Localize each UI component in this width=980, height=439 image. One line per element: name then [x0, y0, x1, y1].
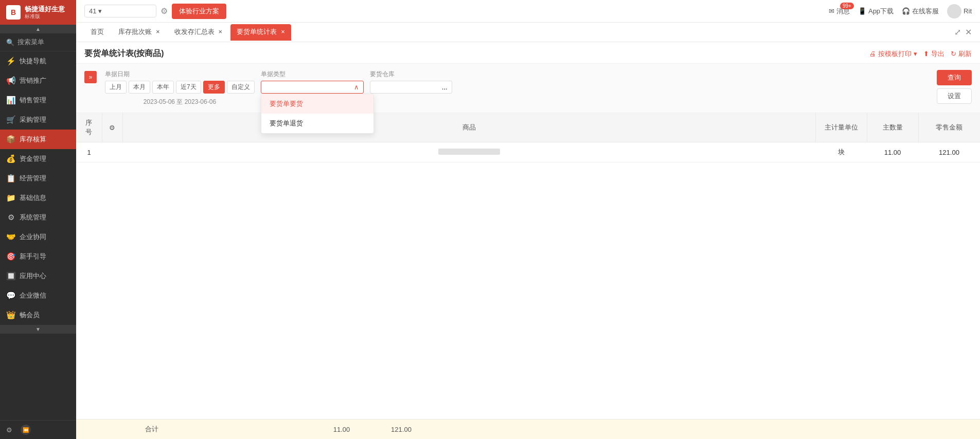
tab-close-inventory-batch[interactable]: × — [156, 28, 160, 35]
sidebar-item-operations[interactable]: 📋经营管理 — [0, 169, 76, 188]
tab-expand-button[interactable]: ⤢ — [954, 27, 961, 37]
sidebar-icon-system: ⚙ — [6, 213, 15, 222]
page-actions: 🖨 按模板打印 ▾ ⬆ 导出 ↻ 刷新 — [869, 49, 972, 59]
tab-close-order-stats[interactable]: × — [281, 28, 285, 35]
col-header-num: 序号 — [76, 113, 102, 142]
sidebar-scroll-down[interactable]: ▼ — [0, 325, 76, 334]
col-header-settings[interactable]: ⚙ — [102, 113, 122, 142]
sidebar-label-guide: 新手引导 — [20, 252, 46, 261]
sidebar-icon-quick-nav: ⚡ — [6, 57, 15, 66]
sidebar-icon-guide: 🎯 — [6, 252, 15, 261]
tab-shipment-summary[interactable]: 收发存汇总表 × — [168, 24, 229, 41]
sidebar-item-wechat[interactable]: 💬企业微信 — [0, 286, 76, 305]
sidebar-icon-apps: 🔲 — [6, 271, 15, 281]
company-selector[interactable]: 41 ▾ — [84, 5, 156, 17]
topbar-settings-icon[interactable]: ⚙ — [161, 6, 168, 16]
dropdown-item-order-goods[interactable]: 要货单要货 — [261, 94, 373, 114]
headset-icon: 🎧 — [902, 7, 910, 15]
cell-num: 1 — [76, 142, 102, 162]
tab-label-order-stats: 要货单统计表 — [237, 27, 277, 36]
online-service[interactable]: 🎧 在线客服 — [902, 7, 939, 16]
date-range-text: 2023-05-06 至 2023-06-06 — [144, 98, 216, 106]
date-btn-this-month[interactable]: 本月 — [129, 81, 150, 94]
sidebar-label-finance: 资金管理 — [20, 154, 46, 163]
sidebar-item-sales[interactable]: 📊销售管理 — [0, 90, 76, 110]
sidebar-bottom: ⚙ ⏪ — [0, 420, 76, 439]
date-filter-field: 单据日期 上月 本月 本年 近7天 更多 自定义 2023-05-06 至 20… — [105, 70, 255, 106]
type-filter-field: 单据类型 ∧ 要货单要货要货单退货 — [261, 70, 364, 94]
sidebar-item-inventory[interactable]: 📦库存核算 — [0, 130, 76, 149]
phone-icon: 📱 — [858, 7, 866, 15]
filter-fields: 单据日期 上月 本月 本年 近7天 更多 自定义 2023-05-06 至 20… — [105, 70, 929, 106]
filter-actions: 查询 设置 — [937, 70, 972, 104]
sidebar-item-finance[interactable]: 💰资金管理 — [0, 149, 76, 169]
sidebar: B 畅捷通好生意 标准版 ▲ 🔍 搜索菜单 ⚡快捷导航📢营销推广📊销售管理🛒采购… — [0, 0, 76, 439]
date-btn-custom[interactable]: 自定义 — [227, 81, 255, 94]
sidebar-header: B 畅捷通好生意 标准版 — [0, 0, 76, 25]
sidebar-item-member[interactable]: 👑畅会员 — [0, 305, 76, 325]
page-title: 要货单统计表(按商品) — [84, 48, 164, 59]
tab-label-inventory-batch: 库存批次账 — [118, 27, 152, 36]
app-download[interactable]: 📱 App下载 — [858, 7, 894, 16]
sidebar-item-apps[interactable]: 🔲应用中心 — [0, 266, 76, 286]
sidebar-item-basic[interactable]: 📁基础信息 — [0, 188, 76, 208]
date-btn-last-month[interactable]: 上月 — [105, 81, 127, 94]
sidebar-label-sales: 销售管理 — [20, 96, 46, 105]
date-filter-label: 单据日期 — [105, 70, 255, 79]
sidebar-icon-basic: 📁 — [6, 193, 15, 203]
table-area: 序号 ⚙ 商品 主计量单位 主数量 零售金额 1 块 11.00 121.00 — [76, 113, 980, 419]
sidebar-item-system[interactable]: ⚙系统管理 — [0, 208, 76, 227]
sidebar-item-purchase[interactable]: 🛒采购管理 — [0, 110, 76, 130]
dropdown-item-order-return[interactable]: 要货单退货 — [261, 114, 373, 133]
cell-product — [122, 142, 815, 162]
tab-label-home: 首页 — [91, 27, 104, 36]
sidebar-item-enterprise[interactable]: 🤝企业协同 — [0, 227, 76, 247]
print-button[interactable]: 🖨 按模板打印 ▾ — [869, 49, 917, 59]
table-row: 1 块 11.00 121.00 — [76, 142, 980, 162]
sidebar-icon-wechat: 💬 — [6, 291, 15, 300]
tab-close-all-icon[interactable]: ✕ — [965, 27, 972, 37]
col-header-product: 商品 — [122, 113, 815, 142]
sidebar-label-apps: 应用中心 — [20, 271, 46, 281]
sidebar-scroll-up[interactable]: ▲ — [0, 25, 76, 33]
sidebar-search[interactable]: 🔍 搜索菜单 — [0, 33, 76, 51]
filter-toggle-button[interactable]: » — [84, 71, 97, 83]
topbar-left: 41 ▾ ⚙ 体验行业方案 — [84, 4, 823, 19]
date-btn-more[interactable]: 更多 — [203, 81, 225, 94]
sidebar-label-inventory: 库存核算 — [20, 135, 46, 144]
col-header-qty: 主数量 — [867, 113, 918, 142]
warehouse-more-icon[interactable]: ... — [442, 83, 448, 91]
sidebar-item-marketing[interactable]: 📢营销推广 — [0, 71, 76, 90]
sidebar-label-member: 畅会员 — [20, 310, 40, 320]
type-filter-label: 单据类型 — [261, 70, 364, 79]
sidebar-item-quick-nav[interactable]: ⚡快捷导航 — [0, 51, 76, 71]
company-dropdown-icon: ▾ — [98, 7, 102, 15]
tabbar: 首页库存批次账 ×收发存汇总表 ×要货单统计表 × ⤢ ✕ — [76, 23, 980, 42]
tab-home[interactable]: 首页 — [84, 24, 110, 41]
export-label: 导出 — [931, 49, 945, 59]
filter-settings-button[interactable]: 设置 — [937, 88, 972, 104]
sidebar-icon-enterprise: 🤝 — [6, 232, 15, 242]
table-header-row: 序号 ⚙ 商品 主计量单位 主数量 零售金额 — [76, 113, 980, 142]
sidebar-item-guide[interactable]: 🎯新手引导 — [0, 247, 76, 266]
print-dropdown-icon: ▾ — [914, 50, 917, 58]
tab-order-stats[interactable]: 要货单统计表 × — [230, 24, 291, 41]
sidebar-label-quick-nav: 快捷导航 — [20, 57, 46, 66]
refresh-button[interactable]: ↻ 刷新 — [951, 49, 972, 59]
sidebar-label-enterprise: 企业协同 — [20, 232, 46, 242]
export-button[interactable]: ⬆ 导出 — [923, 49, 945, 59]
query-button[interactable]: 查询 — [937, 70, 972, 85]
date-btn-7days[interactable]: 近7天 — [176, 81, 201, 94]
tab-inventory-batch[interactable]: 库存批次账 × — [112, 24, 166, 41]
warehouse-filter-input[interactable]: ... — [370, 81, 452, 94]
sidebar-settings-icon[interactable]: ⚙ — [6, 426, 12, 434]
sidebar-icon-member: 👑 — [6, 310, 15, 320]
type-filter-input[interactable]: ∧ — [261, 81, 364, 94]
sidebar-collapse-button[interactable]: ⏪ — [21, 425, 31, 435]
user-avatar — [947, 4, 961, 19]
notifications[interactable]: ✉ 消息 99+ — [829, 7, 850, 16]
trial-button[interactable]: 体验行业方案 — [172, 4, 226, 19]
date-btn-this-year[interactable]: 本年 — [152, 81, 174, 94]
tab-close-shipment-summary[interactable]: × — [219, 28, 223, 35]
user-avatar-area[interactable]: Rit — [947, 4, 972, 19]
